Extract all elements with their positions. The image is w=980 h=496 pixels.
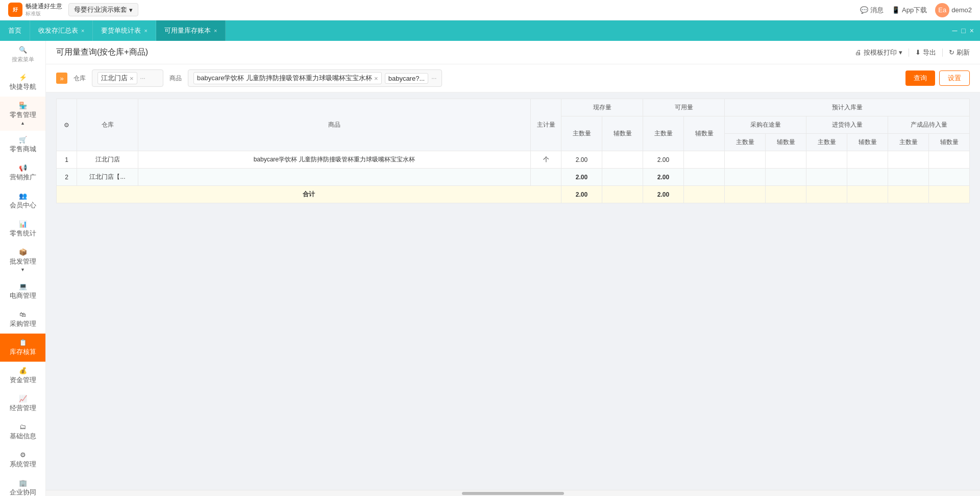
product-filter[interactable]: babycare学饮杯 儿童防摔防撞吸管杯重力球吸嘴杯宝宝水杯 × babyca… bbox=[188, 69, 442, 87]
cell-product-1: babycare学饮杯 儿童防摔防撞吸管杯重力球吸嘴杯宝宝水杯 bbox=[138, 151, 531, 169]
app-icon: 📱 bbox=[892, 6, 900, 14]
quicknav-icon: ⚡ bbox=[19, 74, 27, 81]
th-avail-aux: 辅数量 bbox=[684, 116, 725, 151]
sidebar-search[interactable]: 🔍 搜索菜单 bbox=[0, 41, 45, 68]
app-download-button[interactable]: 📱 App下载 bbox=[892, 6, 927, 15]
chevron-down-icon: ▾ bbox=[129, 6, 133, 14]
th-purchase-onway: 采购在途量 bbox=[725, 116, 806, 134]
product-more: ··· bbox=[431, 75, 436, 82]
remove-product-tag1[interactable]: × bbox=[374, 75, 378, 82]
cell-unit-1: 个 bbox=[531, 151, 561, 169]
th-gear[interactable]: ⚙ bbox=[57, 99, 77, 151]
sidebar-item-member[interactable]: 👥 会员中心 bbox=[0, 187, 45, 215]
sidebar-item-system[interactable]: ⚙ 系统管理 bbox=[0, 446, 45, 474]
cell-stock-aux-2 bbox=[602, 169, 643, 186]
purchase-icon: 🛍 bbox=[19, 311, 26, 318]
th-available: 可用量 bbox=[643, 99, 725, 116]
sidebar-item-quicknav[interactable]: ⚡ 快捷导航 bbox=[0, 68, 45, 97]
close-tab-purchase[interactable]: × bbox=[144, 28, 147, 34]
remove-warehouse-tag[interactable]: × bbox=[130, 75, 134, 82]
sidebar-item-enterprise[interactable]: 🏢 企业协同 bbox=[0, 474, 45, 496]
user-avatar[interactable]: Ea demo2 bbox=[935, 3, 972, 17]
sidebar-item-ecommerce[interactable]: 💻 电商管理 bbox=[0, 277, 45, 305]
cell-serial-1: 1 bbox=[57, 151, 77, 169]
close-tab-receipts[interactable]: × bbox=[81, 28, 84, 34]
mall-icon: 🛒 bbox=[19, 136, 27, 144]
th-incoming: 进货待入量 bbox=[806, 116, 888, 134]
sidebar-item-marketing[interactable]: 📢 营销推广 bbox=[0, 159, 45, 187]
export-icon: ⬇ bbox=[915, 49, 921, 56]
scrollbar-thumb[interactable] bbox=[462, 492, 564, 495]
sidebar-item-retail-stats[interactable]: 📊 零售统计 bbox=[0, 215, 45, 243]
sidebar-item-wholesale[interactable]: 📦 批发管理 ▼ bbox=[0, 243, 45, 277]
table-container: ⚙ 仓库 商品 主计量 现存量 可用量 预计入库量 主数量 辅数量 主数量 辅数… bbox=[46, 92, 980, 490]
sidebar: 🔍 搜索菜单 ⚡ 快捷导航 🏪 零售管理 ▲ 🛒 零售商城 📢 营销推广 👥 会… bbox=[0, 41, 46, 496]
close-tab-available[interactable]: × bbox=[214, 28, 217, 34]
basic-icon: 🗂 bbox=[19, 423, 26, 431]
summary-inc-main bbox=[806, 186, 847, 203]
tab-available[interactable]: 可用量库存账本 × bbox=[156, 20, 226, 41]
cell-warehouse-1: 江北门店 bbox=[77, 151, 138, 169]
sidebar-item-operations[interactable]: 📈 经营管理 bbox=[0, 390, 45, 418]
cell-pur-aux-1 bbox=[766, 151, 806, 169]
th-product: 商品 bbox=[138, 99, 531, 151]
th-purchase-main: 主数量 bbox=[725, 134, 766, 151]
th-warehouse: 仓库 bbox=[77, 99, 138, 151]
sidebar-item-finance[interactable]: 💰 资金管理 bbox=[0, 362, 45, 390]
chevron-down-icon3: ▾ bbox=[899, 49, 902, 56]
th-stock-aux: 辅数量 bbox=[602, 116, 643, 151]
setting-button[interactable]: 设置 bbox=[939, 70, 970, 86]
cell-pro-aux-1 bbox=[929, 151, 970, 169]
minimize-button[interactable]: ─ bbox=[952, 27, 957, 35]
th-stock: 现存量 bbox=[561, 99, 643, 116]
cell-stock-main-2: 2.00 bbox=[561, 169, 602, 186]
retail-stats-icon: 📊 bbox=[19, 220, 27, 228]
main-layout: 🔍 搜索菜单 ⚡ 快捷导航 🏪 零售管理 ▲ 🛒 零售商城 📢 营销推广 👥 会… bbox=[0, 41, 980, 496]
product-tag2[interactable]: babycare?... bbox=[385, 73, 429, 84]
tab-purchase[interactable]: 要货单统计表 × bbox=[93, 20, 156, 41]
warehouse-tag[interactable]: 江北门店 × bbox=[97, 72, 137, 84]
cell-inc-main-1 bbox=[806, 151, 847, 169]
cell-inc-aux-1 bbox=[847, 151, 888, 169]
chevron-down-icon2: ▼ bbox=[20, 267, 25, 272]
horizontal-scrollbar[interactable] bbox=[46, 490, 980, 496]
printer-icon: 🖨 bbox=[855, 49, 862, 56]
sidebar-item-purchase[interactable]: 🛍 采购管理 bbox=[0, 305, 45, 334]
marketing-icon: 📢 bbox=[19, 164, 27, 172]
sidebar-item-basic[interactable]: 🗂 基础信息 bbox=[0, 418, 45, 446]
cell-unit-2 bbox=[531, 169, 561, 186]
query-button[interactable]: 查询 bbox=[905, 70, 935, 86]
th-production-main: 主数量 bbox=[888, 134, 929, 151]
th-unit: 主计量 bbox=[531, 99, 561, 151]
org-selector[interactable]: 母婴行业演示账套 ▾ bbox=[68, 3, 138, 16]
warehouse-filter[interactable]: 江北门店 × ··· bbox=[92, 69, 163, 87]
maximize-button[interactable]: □ bbox=[961, 27, 965, 35]
content-area: 可用量查询(按仓库+商品) 🖨 按模板打印 ▾ ⬇ 导出 ↻ 刷新 bbox=[46, 41, 980, 496]
sidebar-item-retail-mgmt[interactable]: 🏪 零售管理 ▲ bbox=[0, 97, 45, 131]
message-icon: 💬 bbox=[860, 6, 868, 14]
close-window-button[interactable]: × bbox=[970, 27, 974, 35]
cell-stock-aux-1 bbox=[602, 151, 643, 169]
summary-stock-main: 2.00 bbox=[561, 186, 602, 203]
member-icon: 👥 bbox=[19, 192, 27, 200]
filter-toggle-button[interactable]: » bbox=[56, 73, 67, 84]
tab-receipts[interactable]: 收发存汇总表 × bbox=[30, 20, 93, 41]
cell-pur-aux-2 bbox=[766, 169, 806, 186]
operations-icon: 📈 bbox=[19, 395, 27, 403]
product-tag1[interactable]: babycare学饮杯 儿童防摔防撞吸管杯重力球吸嘴杯宝宝水杯 × bbox=[193, 72, 382, 84]
top-bar: 好 畅捷通好生意 标准版 母婴行业演示账套 ▾ 💬 消息 📱 App下载 Ea … bbox=[0, 0, 980, 20]
template-print-button[interactable]: 🖨 按模板打印 ▾ bbox=[855, 48, 902, 57]
sidebar-item-retail-mall[interactable]: 🛒 零售商城 bbox=[0, 131, 45, 159]
divider1 bbox=[909, 49, 909, 57]
tab-home[interactable]: 首页 bbox=[0, 20, 30, 41]
table-row: 2 江北门店【... 2.00 2.00 bbox=[57, 169, 970, 186]
export-button[interactable]: ⬇ 导出 bbox=[915, 48, 936, 57]
inventory-icon: 📋 bbox=[19, 339, 27, 346]
summary-label: 合计 bbox=[57, 186, 561, 203]
message-button[interactable]: 💬 消息 bbox=[860, 6, 884, 15]
th-incoming-aux: 辅数量 bbox=[847, 134, 888, 151]
cell-inc-aux-2 bbox=[847, 169, 888, 186]
sidebar-item-inventory[interactable]: 📋 库存核算 bbox=[0, 334, 45, 362]
th-purchase-aux: 辅数量 bbox=[766, 134, 806, 151]
refresh-button[interactable]: ↻ 刷新 bbox=[949, 48, 970, 57]
